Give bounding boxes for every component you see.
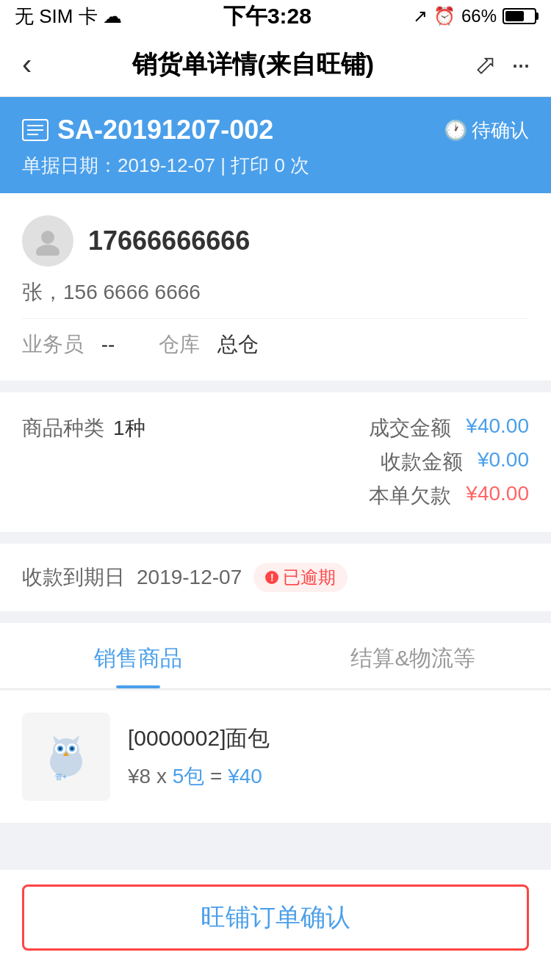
nav-actions: ⬀ ···	[475, 49, 529, 80]
confirm-button-wrap: 旺铺订单确认	[0, 870, 551, 980]
overdue-badge: ! 已逾期	[253, 563, 347, 592]
amount-label: 成交金额	[369, 414, 451, 442]
amount-value: ¥40.00	[466, 414, 529, 442]
svg-text:管+: 管+	[55, 773, 67, 781]
status-time: 下午3:28	[223, 1, 311, 32]
svg-point-4	[41, 231, 54, 244]
product-image: 管+	[33, 731, 99, 782]
order-date: 单据日期：2019-12-07 | 打印 0 次	[22, 153, 529, 179]
tab-products[interactable]: 销售商品	[0, 623, 276, 688]
customer-name: 张，156 6666 6666	[22, 278, 529, 306]
alarm-icon: ⏰	[433, 6, 455, 26]
customer-card: 17666666666 张，156 6666 6666 业务员 -- 仓库 总仓	[0, 193, 551, 381]
back-button[interactable]: ‹	[22, 48, 32, 81]
owed-value: ¥40.00	[466, 482, 529, 510]
order-id: SA-20191207-002	[22, 115, 273, 145]
product-section: 管+ [0000002]面包 ¥8 x 5包 = ¥40	[0, 691, 551, 823]
divider	[22, 318, 529, 319]
svg-point-14	[71, 747, 73, 750]
summary-card: 商品种类 1种 成交金额 ¥40.00 收款金额 ¥0.00 本单欠款 ¥40.…	[0, 392, 551, 532]
received-value: ¥0.00	[478, 448, 529, 476]
warehouse-label: 仓库	[159, 333, 200, 356]
svg-point-13	[59, 747, 62, 750]
svg-point-5	[36, 245, 60, 256]
share-button[interactable]: ⬀	[475, 49, 497, 80]
status-bar: 无 SIM 卡 ☁ 下午3:28 ↗ ⏰ 66%	[0, 0, 551, 32]
order-icon	[22, 119, 48, 141]
customer-meta: 业务员 -- 仓库 总仓	[22, 331, 529, 359]
more-button[interactable]: ···	[511, 49, 529, 80]
owed-label: 本单欠款	[369, 482, 451, 510]
customer-phone: 17666666666	[88, 226, 250, 256]
summary-amounts: 成交金额 ¥40.00 收款金额 ¥0.00 本单欠款 ¥40.00	[369, 414, 529, 510]
overdue-icon: !	[265, 571, 278, 584]
sales-label: 业务员	[22, 333, 84, 356]
due-date-card: 收款到期日 2019-12-07 ! 已逾期	[0, 544, 551, 611]
status-text: 待确认	[472, 118, 529, 143]
overdue-text: 已逾期	[283, 566, 336, 589]
clock-icon: 🕐	[444, 119, 467, 142]
battery-icon	[503, 8, 536, 24]
status-left: 无 SIM 卡 ☁	[15, 4, 122, 29]
location-icon: ↗	[413, 6, 428, 26]
avatar	[22, 215, 73, 267]
order-id-text: SA-20191207-002	[57, 115, 273, 145]
product-type-value: 1种	[113, 414, 145, 442]
order-header: SA-20191207-002 🕐 待确认 单据日期：2019-12-07 | …	[0, 97, 551, 193]
confirm-order-button[interactable]: 旺铺订单确认	[22, 884, 529, 951]
status-right: ↗ ⏰ 66%	[413, 6, 536, 26]
page-title: 销货单详情(来自旺铺)	[132, 48, 374, 82]
product-name: [0000002]面包	[128, 724, 529, 754]
due-date-value: 2019-12-07	[137, 566, 242, 589]
product-type-label: 商品种类	[22, 414, 104, 442]
product-item: 管+ [0000002]面包 ¥8 x 5包 = ¥40	[0, 691, 551, 823]
battery-percent: 66%	[461, 6, 497, 26]
sales-value: --	[101, 333, 115, 356]
tabs: 销售商品 结算&物流等	[0, 623, 551, 689]
due-date-label: 收款到期日	[22, 563, 125, 591]
product-price: ¥8 x 5包 = ¥40	[128, 763, 529, 790]
order-status: 🕐 待确认	[444, 118, 529, 143]
received-label: 收款金额	[381, 448, 463, 476]
nav-bar: ‹ 销货单详情(来自旺铺) ⬀ ···	[0, 32, 551, 97]
warehouse-value: 总仓	[217, 333, 259, 356]
product-info: [0000002]面包 ¥8 x 5包 = ¥40	[128, 724, 529, 790]
product-thumbnail: 管+	[22, 713, 110, 801]
tab-settlement[interactable]: 结算&物流等	[276, 623, 551, 688]
